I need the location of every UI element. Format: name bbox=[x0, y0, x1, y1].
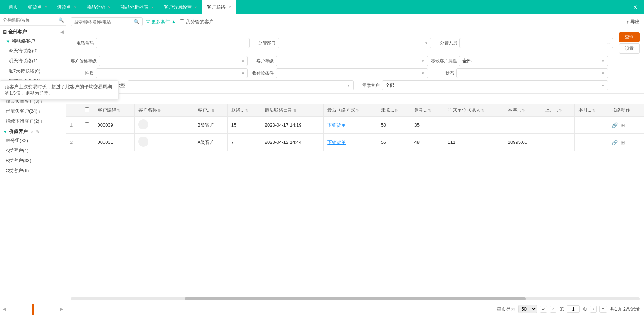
next-page-button[interactable]: › bbox=[590, 306, 597, 313]
avatar bbox=[138, 137, 148, 147]
phone-label: 电话号码 bbox=[71, 40, 96, 46]
payment-input[interactable]: ▼ bbox=[276, 68, 428, 78]
content-area: 🔍 ▽ 更多条件 ▲ 我分管的客户 ↑ 导出 电话号码 bbox=[66, 14, 644, 316]
tab-product-list[interactable]: 商品分析列表 × bbox=[115, 0, 158, 14]
filter-actions: 查询 设置 bbox=[616, 32, 640, 54]
edit-icon[interactable]: ✎ bbox=[36, 129, 39, 134]
tab-close-icon[interactable]: × bbox=[151, 5, 153, 9]
search-icon: 🔍 bbox=[134, 19, 139, 24]
my-customer-checkbox[interactable]: 我分管的客户 bbox=[180, 19, 214, 25]
col-no-contact: 未联...⇅ bbox=[377, 104, 411, 117]
select-all-checkbox[interactable] bbox=[85, 107, 89, 112]
tab-close-icon[interactable]: × bbox=[74, 5, 76, 9]
row-action-2: 🔗 ⊞ bbox=[608, 134, 644, 151]
row-last-method-2: 下销货单 bbox=[324, 134, 377, 151]
sidebar-item-a-class[interactable]: A类客户(1) bbox=[0, 146, 66, 156]
last-method-link[interactable]: 下销货单 bbox=[327, 122, 346, 128]
tab-customer-contact[interactable]: 客户联络 × bbox=[202, 0, 236, 14]
sidebar-item-c-class[interactable]: C类客户(6) bbox=[0, 166, 66, 176]
tab-customer-tier[interactable]: 客户分层经营 × bbox=[159, 0, 202, 14]
row-contact-1: 15 bbox=[227, 117, 261, 134]
row-this-month-2 bbox=[574, 134, 608, 151]
info-icon: ℹ bbox=[41, 99, 42, 103]
more-conditions-button[interactable]: ▽ 更多条件 ▲ bbox=[146, 19, 176, 25]
sidebar-item-7days[interactable]: 近7天待联络(0) bbox=[3, 66, 66, 76]
orange-indicator bbox=[32, 304, 34, 315]
sidebar-item-today[interactable]: 今天待联络(0) bbox=[3, 46, 66, 56]
phone-input[interactable] bbox=[96, 38, 250, 48]
tab-close-icon[interactable]: × bbox=[45, 5, 47, 9]
settings-button[interactable]: 设置 bbox=[619, 43, 640, 54]
sidebar-item-declining[interactable]: 持续下滑客户(2) ℹ bbox=[0, 116, 66, 126]
retail-attr-label: 零散客户属性 bbox=[431, 58, 459, 64]
item-label: C类客户(6) bbox=[6, 168, 29, 174]
row-checkbox[interactable] bbox=[85, 140, 89, 144]
sidebar-item-tomorrow[interactable]: 明天待联络(1) bbox=[3, 56, 66, 66]
dept-label: 分管部门 bbox=[252, 40, 278, 46]
main-search-input[interactable] bbox=[74, 19, 132, 24]
customer-grade-input[interactable]: ▼ bbox=[276, 56, 428, 66]
nature-input[interactable]: ▼ bbox=[96, 68, 248, 78]
scrollbar-thumb[interactable] bbox=[185, 297, 526, 300]
col-type: 客户...⇅ bbox=[194, 104, 227, 117]
tab-purchase[interactable]: 进货单 × bbox=[52, 0, 81, 14]
sidebar-item-churned[interactable]: 已流失客户(24) ℹ bbox=[0, 106, 66, 116]
last-method-link[interactable]: 下销货单 bbox=[327, 140, 346, 145]
row-last-month-2 bbox=[541, 134, 574, 151]
sidebar-item-unclassified[interactable]: 未分组(32) bbox=[0, 136, 66, 146]
col-this-year: 本年...⇅ bbox=[504, 104, 541, 117]
tab-label: 客户分层经营 bbox=[164, 4, 192, 10]
row-checkbox[interactable] bbox=[85, 122, 89, 127]
manager-input[interactable]: ··· bbox=[459, 38, 613, 48]
dept-input[interactable]: ▼ bbox=[278, 38, 431, 48]
link-action-icon[interactable]: 🔗 bbox=[612, 122, 618, 128]
tab-home[interactable]: 首页 bbox=[4, 0, 23, 14]
scrollbar-track[interactable] bbox=[71, 297, 640, 300]
retail-customer-label: 零散客户 bbox=[357, 82, 382, 89]
per-page-select[interactable]: 50 20 100 bbox=[518, 305, 537, 313]
customer-type-input[interactable]: ▼ bbox=[128, 80, 354, 90]
pagination: 每页显示 50 20 100 « ‹ 第 页 › » 共1页 2条记录 bbox=[66, 302, 644, 316]
nature-label: 性质 bbox=[71, 70, 96, 76]
tab-label: 商品分析 bbox=[87, 4, 105, 10]
row-no-contact-1: 50 bbox=[377, 117, 411, 134]
col-this-month: 本月...⇅ bbox=[574, 104, 608, 117]
first-page-button[interactable]: « bbox=[540, 306, 547, 313]
retail-attr-input[interactable]: 全部▼ bbox=[459, 56, 608, 66]
retail-customer-value: 全部 bbox=[385, 82, 394, 89]
price-grade-input[interactable]: ▼ bbox=[99, 56, 248, 66]
sidebar-search-input[interactable] bbox=[3, 18, 57, 23]
row-contact-2: 7 bbox=[227, 134, 261, 151]
item-label: 明天待联络(1) bbox=[9, 58, 38, 64]
tab-close-icon[interactable]: × bbox=[108, 5, 110, 9]
col-code: 客户编码⇅ bbox=[94, 104, 135, 117]
tab-product-analysis[interactable]: 商品分析 × bbox=[82, 0, 115, 14]
chevron-up-icon: ▲ bbox=[171, 19, 176, 24]
status-field: 状态 ▼ bbox=[431, 68, 608, 78]
row-this-month-1 bbox=[574, 117, 608, 134]
collapse-button[interactable]: ◀ bbox=[60, 30, 63, 34]
my-customer-check[interactable] bbox=[180, 19, 184, 24]
prev-page-button[interactable]: ‹ bbox=[550, 306, 556, 313]
retail-customer-input[interactable]: 全部▼ bbox=[382, 80, 608, 90]
row-action-1: 🔗 ⊞ bbox=[608, 117, 644, 134]
all-customers-label: 全部客户 bbox=[8, 29, 27, 35]
nav-left-arrow[interactable]: ◀ bbox=[3, 306, 6, 312]
export-button[interactable]: ↑ 导出 bbox=[627, 19, 640, 25]
nav-right-arrow[interactable]: ▶ bbox=[60, 306, 63, 312]
tab-sales[interactable]: 销货单 × bbox=[23, 0, 52, 14]
grid-action-icon[interactable]: ⊞ bbox=[621, 122, 625, 128]
row-last-date-1: 2023-04-17 14:19: bbox=[261, 117, 323, 134]
window-close-button[interactable]: ✕ bbox=[630, 4, 640, 11]
grid-action-icon[interactable]: ⊞ bbox=[621, 140, 625, 145]
tab-close-icon[interactable]: × bbox=[228, 5, 231, 9]
link-action-icon[interactable]: 🔗 bbox=[612, 140, 618, 145]
query-button[interactable]: 查询 bbox=[619, 32, 640, 42]
tab-close-icon[interactable]: × bbox=[195, 5, 197, 9]
last-page-button[interactable]: » bbox=[599, 306, 607, 313]
tab-label: 进货单 bbox=[57, 4, 71, 10]
sidebar-item-b-class[interactable]: B类客户(33) bbox=[0, 156, 66, 166]
item-label: A类客户(1) bbox=[6, 147, 29, 154]
page-number-input[interactable] bbox=[567, 305, 580, 313]
status-input[interactable]: ▼ bbox=[456, 68, 608, 78]
